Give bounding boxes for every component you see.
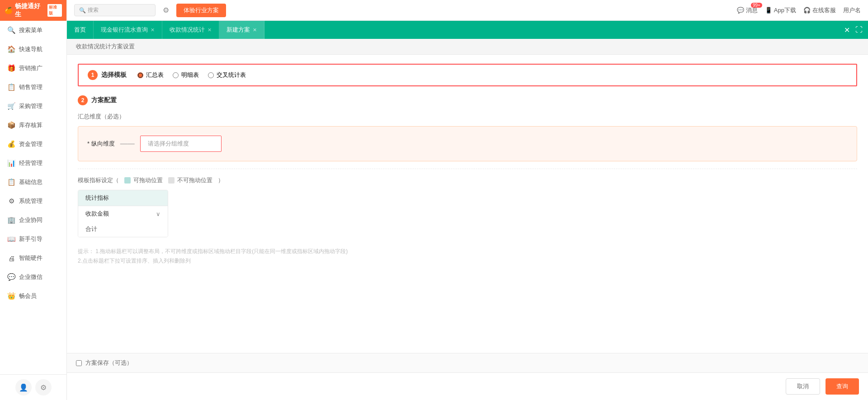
online-service[interactable]: 🎧 在线客服 (803, 6, 836, 14)
sidebar-item-quick-nav[interactable]: 🏠 快速导航 (0, 40, 66, 59)
sidebar-item-search-menu[interactable]: 🔍 搜索菜单 (0, 21, 66, 40)
sidebar-item-label: 采购管理 (19, 102, 42, 110)
sidebar-item-label: 销售管理 (19, 83, 42, 91)
tab-receipt-stats-label: 收款情况统计 (170, 26, 205, 34)
sidebar-item-label: 新手引导 (19, 235, 42, 243)
logo-badge: 标准版 (47, 4, 62, 17)
sidebar-item-finance[interactable]: 💰 资金管理 (0, 135, 66, 154)
search-placeholder: 搜索 (88, 6, 99, 14)
message-icon: 💬 (737, 7, 744, 14)
dimension-selector[interactable]: 请选择分组维度 (140, 136, 222, 152)
guide-icon: 📖 (7, 235, 15, 243)
template-section: 1 选择模板 汇总表 明细表 交叉统计表 (78, 64, 857, 86)
dimension-area: * 纵向维度 —— 请选择分组维度 (78, 126, 857, 161)
indicator-name: 收款金额 (85, 210, 109, 218)
sidebar-item-basic-info[interactable]: 📋 基础信息 (0, 173, 66, 192)
finance-icon: 💰 (7, 140, 15, 148)
sidebar-item-label: 快速导航 (19, 45, 42, 53)
config-section: 2 方案配置 汇总维度（必选） * 纵向维度 —— 请选择分组维度 (78, 95, 857, 265)
radio-detail-label: 明细表 (181, 71, 199, 79)
sidebar-item-guide[interactable]: 📖 新手引导 (0, 230, 66, 249)
legend-draggable-label: 可拖动位置 (133, 176, 163, 184)
tab-close-icon[interactable]: ✕ (151, 27, 155, 33)
indicator-table: 统计指标 收款金额 ∨ 合计 (78, 190, 168, 237)
radio-cross-input[interactable] (208, 72, 214, 78)
section1-title: 选择模板 (101, 71, 127, 79)
cancel-button[interactable]: 取消 (786, 378, 820, 395)
search-icon: 🔍 (79, 7, 86, 14)
dropdown-icon[interactable]: ∨ (156, 211, 160, 217)
trial-button[interactable]: 体验行业方案 (176, 4, 226, 17)
sidebar-item-system[interactable]: ⚙ 系统管理 (0, 192, 66, 211)
sidebar-item-label: 企业协同 (19, 216, 42, 224)
sidebar-item-label: 经营管理 (19, 159, 42, 167)
tab-close-icon[interactable]: ✕ (253, 27, 257, 33)
tip1: 提示： 1.拖动标题栏可以调整布局，不可跨维度或指标区域拖动栏目字段(只能在同一… (78, 248, 857, 255)
tab-new-plan[interactable]: 新建方案 ✕ (219, 21, 264, 39)
query-button[interactable]: 查询 (826, 378, 859, 395)
gear-icon: ⚙ (7, 197, 15, 205)
radio-detail-input[interactable] (173, 72, 179, 78)
message-badge: 99+ (751, 3, 762, 8)
chat-icon: 💬 (7, 273, 15, 281)
user-name[interactable]: 用户名 (843, 6, 861, 14)
topbar-search[interactable]: 🔍 搜索 (74, 4, 156, 16)
topbar: 🔍 搜索 ⚙ 体验行业方案 💬 消息 99+ 📱 App下载 🎧 在线客服 用户… (67, 0, 868, 21)
tab-home-label: 首页 (74, 26, 86, 34)
chart-icon: 📊 (7, 159, 15, 167)
tab-new-plan-label: 新建方案 (226, 26, 250, 34)
sidebar-item-wechat[interactable]: 💬 企业微信 (0, 268, 66, 287)
dimension-arrow: —— (120, 140, 135, 148)
sidebar-bottom-btn2[interactable]: ⚙ (35, 379, 52, 395)
dimension-sublabel: 汇总维度（必选） (78, 113, 857, 121)
sidebar-item-label: 库存核算 (19, 121, 42, 129)
app-download[interactable]: 📱 App下载 (765, 6, 796, 14)
crown-icon: 👑 (7, 292, 15, 300)
radio-detail[interactable]: 明细表 (173, 71, 199, 79)
tab-receipt-stats[interactable]: 收款情况统计 ✕ (162, 21, 219, 39)
sidebar-item-enterprise[interactable]: 🏢 企业协同 (0, 211, 66, 230)
tabbar: 首页 现金银行流水查询 ✕ 收款情况统计 ✕ 新建方案 ✕ ✕ ⛶ (67, 21, 868, 39)
maximize-icon[interactable]: ⛶ (855, 26, 863, 34)
message-icon-wrap[interactable]: 💬 消息 99+ (737, 6, 758, 14)
sidebar-item-label: 搜索菜单 (19, 26, 42, 34)
legend-draggable: 可拖动位置 (124, 176, 163, 184)
close-window-icon[interactable]: ✕ (844, 26, 850, 34)
radio-summary[interactable]: 汇总表 (137, 71, 164, 79)
sidebar-item-label: 企业微信 (19, 273, 42, 281)
save-label: 方案保存（可选） (85, 359, 132, 367)
logo-text: 畅捷通好生 (15, 2, 45, 19)
sidebar-item-sales[interactable]: 📋 销售管理 (0, 78, 66, 97)
legend-close: ） (218, 176, 224, 184)
sidebar-item-operation[interactable]: 📊 经营管理 (0, 154, 66, 173)
save-section: 方案保存（可选） (67, 353, 868, 372)
radio-cross[interactable]: 交叉统计表 (208, 71, 246, 79)
inventory-icon: 📦 (7, 121, 15, 129)
sidebar-item-inventory[interactable]: 📦 库存核算 (0, 116, 66, 135)
topbar-right: 💬 消息 99+ 📱 App下载 🎧 在线客服 用户名 (737, 6, 861, 14)
sidebar-item-marketing[interactable]: 🎁 营销推广 (0, 59, 66, 78)
sidebar-item-smart-hw[interactable]: 🖨 智能硬件 (0, 249, 66, 268)
sidebar-bottom-btn1[interactable]: 👤 (15, 379, 32, 395)
app-icon: 📱 (765, 7, 772, 14)
indicator-section: 模板指标设定（ 可拖动位置 不可拖动位置 ） 统计指标 (78, 176, 857, 239)
tab-home[interactable]: 首页 (67, 21, 94, 39)
divider (78, 169, 857, 169)
sidebar-item-label: 系统管理 (19, 197, 42, 205)
indicator-header: 模板指标设定（ 可拖动位置 不可拖动位置 ） (78, 176, 857, 184)
sidebar-bottom: 👤 ⚙ (0, 374, 66, 400)
sidebar-item-purchase[interactable]: 🛒 采购管理 (0, 97, 66, 116)
save-checkbox[interactable] (76, 360, 82, 366)
radio-summary-input[interactable] (137, 72, 143, 78)
search-icon: 🔍 (7, 26, 15, 34)
section1-num: 1 (88, 70, 98, 80)
info-icon: 📋 (7, 178, 15, 186)
tab-bank-flow[interactable]: 现金银行流水查询 ✕ (94, 21, 162, 39)
printer-icon: 🖨 (7, 254, 15, 262)
sidebar-item-member[interactable]: 👑 畅会员 (0, 287, 66, 306)
tab-close-icon[interactable]: ✕ (208, 27, 212, 33)
settings-icon[interactable]: ⚙ (163, 6, 169, 14)
form-content: 1 选择模板 汇总表 明细表 交叉统计表 (67, 55, 868, 353)
indicator-table-row[interactable]: 收款金额 ∨ (78, 206, 168, 221)
sidebar-logo: 🍊 畅捷通好生 标准版 (0, 0, 66, 21)
